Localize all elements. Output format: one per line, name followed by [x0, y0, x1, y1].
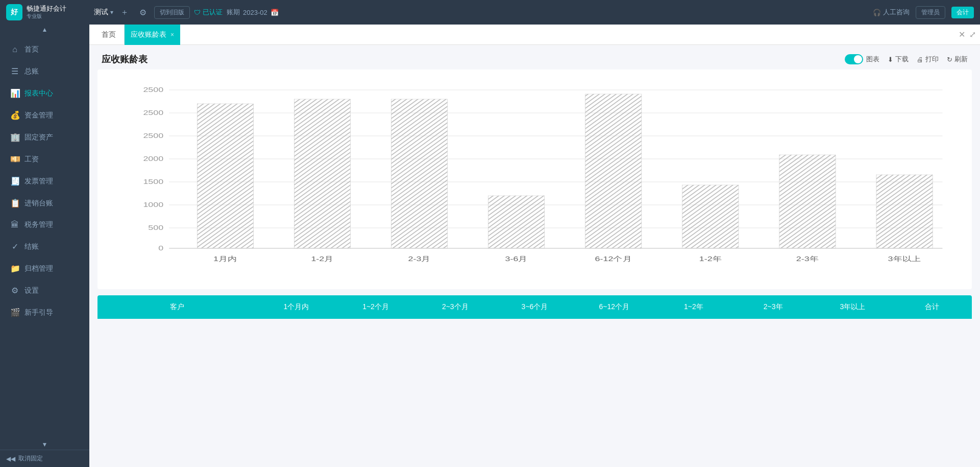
- period-info: 账期 2023-02 📅: [227, 8, 279, 17]
- refresh-icon: ↻: [947, 56, 952, 63]
- svg-text:3年以上: 3年以上: [888, 255, 921, 262]
- sidebar-item-label: 总账: [24, 67, 39, 76]
- sidebar-item-label: 发票管理: [24, 177, 53, 186]
- top-bar: 好 畅捷通好会计 专业版 测试 ▾ ＋ ⚙ 切到旧版 🛡 已认证 账期 2023…: [0, 0, 980, 25]
- sidebar-item-label: 结账: [24, 242, 39, 251]
- accountant-button[interactable]: 会计: [951, 7, 974, 18]
- sidebar-item-label: 资金管理: [24, 111, 53, 120]
- table-section: 客户 1个月内 1~2个月 2~3个月 3~6个月 6~12个月 1~2年 2~…: [97, 295, 972, 319]
- table-header: 客户 1个月内 1~2个月 2~3个月 3~6个月 6~12个月 1~2年 2~…: [97, 295, 972, 319]
- sidebar-item-label: 工资: [24, 155, 39, 164]
- archive-icon: 📁: [10, 264, 19, 273]
- invoice-icon: 🧾: [10, 176, 19, 186]
- col-header-3-6m: 3~6个月: [495, 295, 575, 319]
- sidebar-item-label: 归档管理: [24, 264, 53, 273]
- col-header-1-2m: 1~2个月: [336, 295, 415, 319]
- chevron-down-icon: ▾: [110, 9, 113, 16]
- sidebar-item-label: 税务管理: [24, 220, 53, 229]
- svg-text:1月内: 1月内: [213, 255, 237, 262]
- svg-text:2500: 2500: [143, 132, 163, 139]
- page-content: 应收账龄表 图表 ⬇ 下载 🖨 打印 ↻: [89, 45, 980, 467]
- tab-close-button[interactable]: ×: [170, 31, 174, 38]
- logo-icon: 好: [6, 4, 22, 20]
- sidebar-item-closing[interactable]: ✓ 结账: [0, 236, 89, 258]
- tab-label: 应收账龄表: [131, 30, 166, 39]
- page-actions: 图表 ⬇ 下载 🖨 打印 ↻ 刷新: [845, 54, 968, 64]
- print-icon: 🖨: [917, 56, 923, 63]
- chart-toggle[interactable]: [845, 54, 863, 64]
- sidebar-item-salary[interactable]: 💴 工资: [0, 148, 89, 170]
- old-version-button[interactable]: 切到旧版: [154, 6, 190, 19]
- top-right: 🎧 人工咨询 管理员 会计: [873, 6, 974, 19]
- svg-text:2000: 2000: [143, 155, 163, 162]
- bar-3: [391, 99, 447, 248]
- cancel-pin-button[interactable]: ◀◀ 取消固定: [0, 450, 89, 467]
- sidebar-item-reports[interactable]: 📊 报表中心: [0, 82, 89, 104]
- logo-text: 畅捷通好会计 专业版: [27, 5, 66, 20]
- pin-icon: ◀◀: [6, 455, 15, 462]
- col-header-3y-plus: 3年以上: [813, 295, 893, 319]
- bar-6: [682, 185, 739, 248]
- sidebar-item-archive[interactable]: 📁 归档管理: [0, 258, 89, 279]
- sidebar-scroll: ⌂ 首页 ☰ 总账 📊 报表中心 💰 资金管理 🏢 固定资产 💴 工资: [0, 35, 89, 439]
- bar-chart: 2500 2500 2500 2000 1500 1000 500 0: [113, 80, 957, 274]
- content-area: 首页 应收账龄表 × ✕ ⤢ 应收账龄表 图表: [89, 25, 980, 467]
- svg-text:2-3年: 2-3年: [796, 255, 819, 262]
- page-header: 应收账龄表 图表 ⬇ 下载 🖨 打印 ↻: [89, 45, 980, 69]
- svg-text:2500: 2500: [143, 109, 163, 116]
- sidebar-item-label: 进销台账: [24, 199, 53, 208]
- reports-icon: 📊: [10, 88, 19, 98]
- main-layout: ▲ ⌂ 首页 ☰ 总账 📊 报表中心 💰 资金管理 🏢 固定资产: [0, 25, 980, 467]
- chart-container: 2500 2500 2500 2000 1500 1000 500 0: [113, 80, 957, 274]
- scroll-up-arrow[interactable]: ▲: [0, 25, 89, 35]
- sidebar-item-label: 报表中心: [24, 89, 53, 98]
- sidebar-item-label: 设置: [24, 286, 39, 295]
- user-button[interactable]: 管理员: [916, 6, 945, 19]
- sidebar-item-funds[interactable]: 💰 资金管理: [0, 104, 89, 126]
- svg-text:3-6月: 3-6月: [505, 255, 528, 262]
- svg-text:0: 0: [158, 244, 163, 251]
- sidebar-item-assets[interactable]: 🏢 固定资产: [0, 126, 89, 148]
- salary-icon: 💴: [10, 154, 19, 164]
- tab-home[interactable]: 首页: [93, 25, 125, 45]
- home-icon: ⌂: [10, 45, 19, 54]
- sidebar-item-tax[interactable]: 🏛 税务管理: [0, 214, 89, 236]
- assets-icon: 🏢: [10, 132, 19, 142]
- add-button[interactable]: ＋: [117, 5, 132, 19]
- settings-icon: ⚙: [10, 286, 19, 295]
- sidebar-item-ledger[interactable]: ☰ 总账: [0, 60, 89, 82]
- refresh-button[interactable]: ↻ 刷新: [947, 55, 968, 64]
- print-button[interactable]: 🖨 打印: [917, 55, 939, 64]
- guide-icon: 🎬: [10, 308, 19, 317]
- sidebar-item-home[interactable]: ⌂ 首页: [0, 39, 89, 60]
- col-header-2-3y: 2~3年: [733, 295, 813, 319]
- ledger-icon: ☰: [10, 66, 19, 76]
- expand-button[interactable]: ⤢: [969, 30, 976, 39]
- sidebar-item-purchase[interactable]: 📋 进销台账: [0, 192, 89, 214]
- svg-text:1500: 1500: [143, 178, 163, 185]
- sidebar-item-label: 首页: [24, 45, 39, 54]
- bar-1: [197, 104, 253, 248]
- sidebar-item-label: 新手引导: [24, 308, 53, 317]
- shield-icon: 🛡: [194, 9, 201, 16]
- sidebar-item-invoice[interactable]: 🧾 发票管理: [0, 170, 89, 192]
- page-title: 应收账龄表: [102, 53, 148, 65]
- svg-text:6-12个月: 6-12个月: [595, 255, 632, 262]
- bar-2: [294, 99, 350, 248]
- bar-4: [488, 196, 545, 248]
- col-header-1m: 1个月内: [256, 295, 336, 319]
- company-selector[interactable]: 测试 ▾: [94, 8, 113, 17]
- col-header-2-3m: 2~3个月: [415, 295, 495, 319]
- sidebar-item-guide[interactable]: 🎬 新手引导: [0, 301, 89, 323]
- sidebar-item-settings[interactable]: ⚙ 设置: [0, 279, 89, 301]
- certified-badge: 🛡 已认证: [194, 8, 223, 17]
- svg-text:1-2月: 1-2月: [311, 255, 333, 262]
- calendar-icon[interactable]: 📅: [271, 9, 279, 16]
- close-window-button[interactable]: ✕: [959, 30, 965, 39]
- scroll-down-arrow[interactable]: ▼: [0, 439, 89, 450]
- settings-icon-button[interactable]: ⚙: [136, 5, 150, 19]
- tab-active[interactable]: 应收账龄表 ×: [125, 25, 180, 45]
- consult-button[interactable]: 🎧 人工咨询: [873, 8, 910, 17]
- svg-text:1000: 1000: [143, 201, 163, 208]
- download-button[interactable]: ⬇ 下载: [888, 55, 909, 64]
